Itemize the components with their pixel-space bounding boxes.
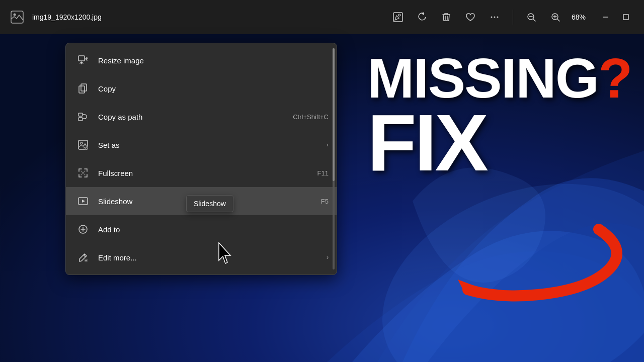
copy-path-label: Copy as path xyxy=(98,113,293,121)
svg-point-5 xyxy=(398,14,400,16)
copy-path-shortcut: Ctrl+Shift+C xyxy=(293,113,329,121)
slideshow-shortcut: F5 xyxy=(321,198,329,205)
delete-button[interactable] xyxy=(436,7,456,27)
red-arrow xyxy=(438,219,629,322)
edit-more-icon xyxy=(74,248,92,266)
edit-more-arrow: › xyxy=(327,254,329,261)
svg-point-6 xyxy=(491,17,492,18)
copy-path-icon xyxy=(74,108,92,126)
fullscreen-icon xyxy=(74,164,92,182)
menu-item-add-to[interactable]: Add to xyxy=(66,215,337,243)
slideshow-label: Slideshow xyxy=(98,197,321,206)
context-menu: Resize image Copy Copy as path Ctrl+Shif… xyxy=(65,43,337,275)
menu-scrollbar[interactable] xyxy=(333,48,335,269)
question-mark: ? xyxy=(598,50,632,107)
svg-rect-13 xyxy=(78,56,85,61)
rotate-button[interactable] xyxy=(412,7,432,27)
window-controls xyxy=(596,7,636,27)
svg-rect-15 xyxy=(79,86,85,93)
svg-marker-22 xyxy=(82,200,85,203)
menu-item-edit-more[interactable]: Edit more... › xyxy=(66,243,337,272)
fullscreen-shortcut: F11 xyxy=(317,169,329,177)
svg-rect-12 xyxy=(623,15,628,20)
zoom-level: 68% xyxy=(572,13,586,21)
more-button[interactable] xyxy=(485,7,505,27)
add-icon xyxy=(74,220,92,238)
maximize-button[interactable] xyxy=(616,7,636,27)
separator xyxy=(513,10,513,25)
svg-point-7 xyxy=(494,17,495,18)
copy-icon xyxy=(74,79,92,98)
menu-item-fullscreen[interactable]: Fullscreen F11 xyxy=(66,159,337,187)
svg-rect-17 xyxy=(78,118,83,121)
slideshow-icon xyxy=(74,192,92,210)
app-icon xyxy=(8,8,26,26)
favorite-button[interactable] xyxy=(460,7,480,27)
set-as-icon xyxy=(74,136,92,154)
menu-item-resize[interactable]: Resize image xyxy=(66,46,337,74)
minimize-button[interactable] xyxy=(596,7,616,27)
fix-text: FIX xyxy=(367,107,487,179)
copy-label: Copy xyxy=(98,84,329,93)
add-to-label: Add to xyxy=(98,225,329,234)
menu-item-copy-path[interactable]: Copy as path Ctrl+Shift+C xyxy=(66,103,337,131)
zoom-out-button[interactable] xyxy=(521,7,541,27)
menu-item-slideshow[interactable]: Slideshow F5 xyxy=(66,187,337,215)
svg-point-3 xyxy=(14,14,16,16)
svg-rect-2 xyxy=(11,11,23,23)
svg-point-19 xyxy=(80,142,83,144)
edit-photo-button[interactable] xyxy=(388,7,408,27)
edit-more-label: Edit more... xyxy=(98,253,323,262)
set-as-arrow: › xyxy=(327,141,329,148)
fullscreen-label: Fullscreen xyxy=(98,169,317,177)
file-title: img19_1920x1200.jpg xyxy=(32,13,388,21)
set-as-label: Set as xyxy=(98,141,323,149)
resize-icon xyxy=(74,51,92,69)
topbar-actions: 68% xyxy=(388,7,636,27)
menu-item-set-as[interactable]: Set as › xyxy=(66,131,337,159)
svg-rect-16 xyxy=(78,113,83,116)
resize-label: Resize image xyxy=(98,56,329,65)
topbar: img19_1920x1200.jpg xyxy=(0,0,644,34)
svg-point-8 xyxy=(497,17,498,18)
menu-item-copy[interactable]: Copy xyxy=(66,74,337,103)
zoom-in-button[interactable] xyxy=(545,7,566,27)
menu-scrollbar-thumb xyxy=(333,48,335,181)
